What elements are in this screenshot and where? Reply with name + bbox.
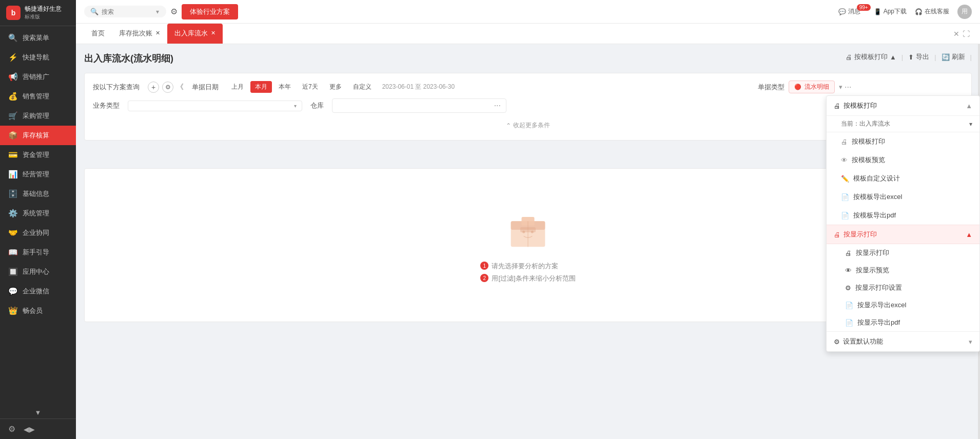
message-button[interactable]: 💬 消息 99+ xyxy=(838,7,866,16)
dropdown-item-display-print-settings[interactable]: ⚙ 按显示打印设置 xyxy=(827,279,979,296)
sidebar-item-label-app-center: 应用中心 xyxy=(23,267,49,276)
dp-footer-label: 设置默认功能 xyxy=(843,337,883,346)
dropdown-item-display-preview[interactable]: 👁 按显示预览 xyxy=(827,262,979,279)
template-print-chevron-icon[interactable]: ▲ xyxy=(890,53,896,61)
dp-display-pdf-icon: 📄 xyxy=(845,319,853,327)
header-search[interactable]: 🔍 ▾ xyxy=(84,6,166,17)
dropdown-item-template-pdf[interactable]: 📄 按模板导出pdf xyxy=(827,206,979,225)
dropdown-item-display-pdf[interactable]: 📄 按显示导出pdf xyxy=(827,314,979,331)
type-chevron-down-icon[interactable]: ▾ xyxy=(839,83,842,91)
dp-template-excel-label: 按模板导出excel xyxy=(853,192,902,202)
sidebar-item-system[interactable]: ⚙️ 系统管理 xyxy=(0,204,76,223)
export-button[interactable]: ⬆ 导出 xyxy=(908,52,929,62)
top-actions: 🖨 按模板打印 ▲ | ⬆ 导出 | 🔄 刷新 | xyxy=(846,52,972,62)
template-print-dropdown-button[interactable]: 🖨 按模板打印 ▲ xyxy=(846,52,896,62)
dp-display-print-label: 按显示打印 xyxy=(856,248,889,257)
search-input[interactable] xyxy=(102,8,153,15)
export-label: 导出 xyxy=(916,52,929,62)
sidebar-item-inventory[interactable]: 📦 库存核算 xyxy=(0,126,76,145)
sidebar-item-label-wechat: 企业微信 xyxy=(23,287,49,296)
settings-icon[interactable]: ⚙ xyxy=(8,424,15,434)
biz-type-chevron-icon: ▾ xyxy=(294,103,297,109)
app-download-button[interactable]: 📱 App下载 xyxy=(874,7,907,16)
sidebar-item-base[interactable]: 🗄️ 基础信息 xyxy=(0,184,76,204)
collapse-icon[interactable]: ◀▶ xyxy=(24,425,35,433)
dropdown-printer-icon: 🖨 xyxy=(834,102,840,110)
dropdown-item-template-print[interactable]: 🖨 按模板打印 xyxy=(827,132,979,151)
dp-display-excel-label: 按显示导出excel xyxy=(857,301,906,310)
sidebar-item-wechat[interactable]: 💬 企业微信 xyxy=(0,282,76,301)
sidebar-item-label-enterprise: 企业协同 xyxy=(23,228,49,237)
dp-template-pdf-label: 按模板导出pdf xyxy=(853,211,896,220)
warehouse-select[interactable]: ··· xyxy=(332,98,506,113)
sidebar-item-marketing[interactable]: 📢 营销推广 xyxy=(0,67,76,87)
dropdown-title: 🖨 按模板打印 xyxy=(834,101,877,110)
search-chevron-icon[interactable]: ▾ xyxy=(156,8,159,15)
header-gear-icon[interactable]: ⚙ xyxy=(170,7,178,16)
sidebar-item-member[interactable]: 👑 畅会员 xyxy=(0,301,76,321)
biz-type-select[interactable]: ▾ xyxy=(128,101,302,111)
dropdown-item-display-print[interactable]: 🖨 按显示打印 xyxy=(827,244,979,262)
empty-step-2: 2 用[过滤]条件来缩小分析范围 xyxy=(480,274,575,283)
filter-collapse-icon[interactable]: 《 xyxy=(177,83,184,92)
app-center-icon: 🔲 xyxy=(8,267,17,276)
sidebar-item-operations[interactable]: 📊 经营管理 xyxy=(0,165,76,184)
dp-template-preview-label: 按模板预览 xyxy=(852,155,885,165)
window-maximize-icon[interactable]: ⛶ xyxy=(963,30,970,38)
filter-tag-detail[interactable]: 🔴 流水明细 xyxy=(789,81,835,93)
tab-flow-close-icon[interactable]: ✕ xyxy=(211,30,215,36)
tab-home[interactable]: 首页 xyxy=(84,24,112,44)
type-more-icon[interactable]: ··· xyxy=(845,83,851,92)
sidebar-item-app-center[interactable]: 🔲 应用中心 xyxy=(0,262,76,282)
date-range-display: 2023-06-01 至 2023-06-30 xyxy=(382,83,455,91)
tab-bar: 首页 库存批次账 ✕ 出入库流水 ✕ ✕ ⛶ xyxy=(76,24,980,44)
tab-batch-account-close-icon[interactable]: ✕ xyxy=(155,30,160,36)
tab-flow-label: 出入库流水 xyxy=(174,29,208,38)
trial-button[interactable]: 体验行业方案 xyxy=(182,4,238,19)
dropdown-header: 🖨 按模板打印 ▲ xyxy=(827,96,979,116)
dropdown-collapse-icon[interactable]: ▲ xyxy=(966,102,972,110)
dp-display-section-collapse-icon[interactable]: ▲ xyxy=(966,231,972,238)
dropdown-item-display-excel[interactable]: 📄 按显示导出excel xyxy=(827,296,979,314)
sidebar-item-search[interactable]: 🔍 搜索菜单 xyxy=(0,28,76,48)
filter-add-button[interactable]: + xyxy=(148,82,159,93)
dp-pdf-icon: 📄 xyxy=(841,212,849,220)
sidebar-item-finance[interactable]: 💳 资金管理 xyxy=(0,145,76,165)
window-close-icon[interactable]: ✕ xyxy=(953,30,959,38)
sidebar-item-sales[interactable]: 💰 销售管理 xyxy=(0,87,76,106)
sidebar-item-enterprise[interactable]: 🤝 企业协同 xyxy=(0,223,76,243)
collapse-label: 收起更多条件 xyxy=(513,121,550,130)
sidebar-scroll-down[interactable]: ▼ xyxy=(0,407,76,418)
refresh-label: 刷新 xyxy=(952,52,965,62)
dropdown-item-template-custom[interactable]: ✏️ 模板自定义设计 xyxy=(827,169,979,188)
dropdown-item-template-excel[interactable]: 📄 按模板导出excel xyxy=(827,188,979,206)
tab-flow[interactable]: 出入库流水 ✕ xyxy=(167,24,223,44)
type-label: 单据类型 xyxy=(758,83,785,92)
date-btn-more[interactable]: 更多 xyxy=(325,81,346,93)
date-btn-this-month[interactable]: 本月 xyxy=(250,81,272,93)
app-name: 畅捷通好生意 xyxy=(25,5,62,13)
online-service-button[interactable]: 🎧 在线客服 xyxy=(915,7,949,16)
warehouse-label: 仓库 xyxy=(310,101,324,110)
date-btn-7days[interactable]: 近7天 xyxy=(298,81,323,93)
tab-batch-account[interactable]: 库存批次账 ✕ xyxy=(112,24,167,44)
filter-settings-button[interactable]: ⚙ xyxy=(162,82,173,93)
sidebar-nav: 🔍 搜索菜单 ⚡ 快捷导航 📢 营销推广 💰 销售管理 🛒 采购管理 📦 库存核… xyxy=(0,26,76,407)
refresh-button[interactable]: 🔄 刷新 xyxy=(942,52,965,62)
svg-point-6 xyxy=(531,231,534,233)
warehouse-more-icon[interactable]: ··· xyxy=(494,101,501,110)
dropdown-item-template-preview[interactable]: 👁 按模板预览 xyxy=(827,151,979,169)
sidebar-item-quick-nav[interactable]: ⚡ 快捷导航 xyxy=(0,48,76,67)
sidebar-item-guide[interactable]: 📖 新手引导 xyxy=(0,243,76,262)
user-avatar[interactable]: 用 xyxy=(957,5,972,19)
filter-scheme-label: 按以下方案查询 xyxy=(93,83,140,92)
dropdown-footer[interactable]: ⚙ 设置默认功能 ▾ xyxy=(827,331,979,351)
dp-display-printer-icon-2: 🖨 xyxy=(845,249,852,257)
date-btn-last-month[interactable]: 上月 xyxy=(227,81,248,93)
window-controls: ✕ ⛶ xyxy=(953,24,972,44)
date-btn-custom[interactable]: 自定义 xyxy=(348,81,376,93)
dropdown-display-section-header[interactable]: 🖨 按显示打印 ▲ xyxy=(827,225,979,244)
date-btn-this-year[interactable]: 本年 xyxy=(274,81,296,93)
tab-batch-account-label: 库存批次账 xyxy=(119,29,152,38)
sidebar-item-purchase[interactable]: 🛒 采购管理 xyxy=(0,106,76,126)
